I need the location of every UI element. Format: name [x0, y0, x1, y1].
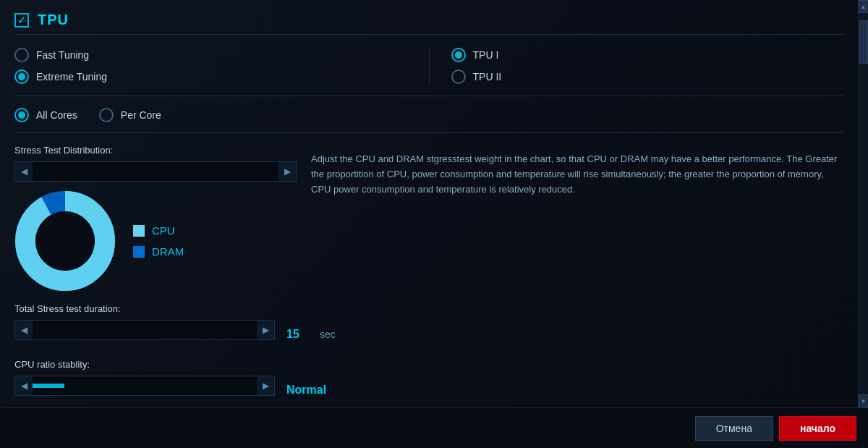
fast-tuning-label: Fast Tuning	[36, 49, 89, 61]
dram-color-swatch	[133, 246, 145, 258]
fast-tuning-radio[interactable]	[14, 48, 29, 62]
duration-slider[interactable]: ◀ ▶	[14, 320, 275, 340]
ratio-slider-left-arrow[interactable]: ◀	[15, 376, 33, 395]
cpu-legend-item: CPU	[133, 224, 184, 237]
fast-tuning-option[interactable]: Fast Tuning	[14, 48, 407, 62]
duration-slider-left-arrow[interactable]: ◀	[15, 321, 33, 339]
scroll-thumb[interactable]	[859, 20, 868, 64]
cancel-button[interactable]: Отмена	[695, 416, 773, 441]
scroll-down-button[interactable]: ▼	[859, 394, 869, 407]
ratio-row: ◀ ▶ Normal	[14, 376, 843, 405]
section-header: TPU	[14, 12, 843, 35]
tpu-i-radio[interactable]	[451, 48, 466, 62]
duration-section: Total Stress test duration: ◀ ▶ 15 sec	[14, 303, 843, 349]
ratio-slider[interactable]: ◀ ▶	[14, 376, 275, 396]
per-core-label: Per Core	[121, 109, 161, 121]
scroll-track[interactable]	[859, 13, 869, 394]
per-core-radio[interactable]	[99, 108, 114, 122]
stress-slider-left-arrow[interactable]: ◀	[15, 162, 33, 181]
duration-row: ◀ ▶ 15 sec	[14, 320, 843, 349]
tpu-ii-label: TPU II	[473, 71, 502, 83]
tuning-options: Fast Tuning Extreme Tuning TPU I TPU II	[14, 48, 843, 96]
scrollbar[interactable]: ▲ ▼	[858, 0, 868, 407]
dram-legend-label: DRAM	[152, 245, 184, 258]
cpu-legend-label: CPU	[152, 224, 175, 237]
tuning-left-group: Fast Tuning Extreme Tuning	[14, 48, 430, 84]
extreme-tuning-label: Extreme Tuning	[36, 71, 107, 83]
duration-slider-right-arrow[interactable]: ▶	[257, 321, 274, 339]
cpu-color-swatch	[133, 225, 145, 237]
stress-label: Stress Test Distribution:	[14, 145, 297, 156]
tpu-ii-radio[interactable]	[451, 69, 466, 84]
all-cores-option[interactable]: All Cores	[14, 108, 77, 122]
tpu-i-label: TPU I	[473, 49, 499, 61]
duration-slider-track[interactable]	[33, 321, 257, 339]
ratio-value: Normal	[286, 384, 326, 397]
donut-container: CPU DRAM	[14, 190, 297, 292]
stress-slider-right-arrow[interactable]: ▶	[278, 162, 296, 181]
stress-slider-track[interactable]	[33, 162, 278, 181]
ratio-section: CPU ratio stablity: ◀ ▶ Normal	[14, 359, 843, 405]
svg-point-3	[35, 211, 95, 271]
duration-unit: sec	[320, 329, 336, 340]
stress-slider[interactable]: ◀ ▶	[14, 161, 297, 182]
extreme-tuning-option[interactable]: Extreme Tuning	[14, 69, 407, 84]
scroll-up-button[interactable]: ▲	[859, 0, 869, 13]
all-cores-label: All Cores	[36, 109, 77, 121]
tpu-i-option[interactable]: TPU I	[451, 48, 844, 62]
tuning-right-group: TPU I TPU II	[430, 48, 844, 84]
duration-value: 15	[286, 328, 308, 341]
dram-legend-item: DRAM	[133, 245, 184, 258]
section-title: TPU	[38, 12, 69, 28]
start-button[interactable]: начало	[779, 416, 856, 441]
cores-section: All Cores Per Core	[14, 108, 843, 133]
per-core-option[interactable]: Per Core	[99, 108, 161, 122]
donut-chart-svg	[14, 190, 116, 292]
ratio-label: CPU ratio stablity:	[14, 359, 843, 370]
chart-legend: CPU DRAM	[133, 224, 184, 258]
all-cores-radio[interactable]	[14, 108, 29, 122]
extreme-tuning-radio[interactable]	[14, 69, 29, 84]
stress-description: Adjust the CPU and DRAM stgresstest weig…	[311, 145, 843, 292]
duration-label: Total Stress test duration:	[14, 303, 843, 314]
tpu-checkbox[interactable]	[14, 13, 29, 28]
stress-description-text: Adjust the CPU and DRAM stgresstest weig…	[311, 152, 843, 197]
tpu-ii-option[interactable]: TPU II	[451, 69, 844, 84]
ratio-slider-right-arrow[interactable]: ▶	[257, 376, 274, 395]
footer: Отмена начало	[0, 407, 868, 448]
stress-left: Stress Test Distribution: ◀ ▶	[14, 145, 297, 292]
stress-section: Stress Test Distribution: ◀ ▶	[14, 145, 843, 292]
ratio-slider-track[interactable]	[33, 376, 257, 395]
